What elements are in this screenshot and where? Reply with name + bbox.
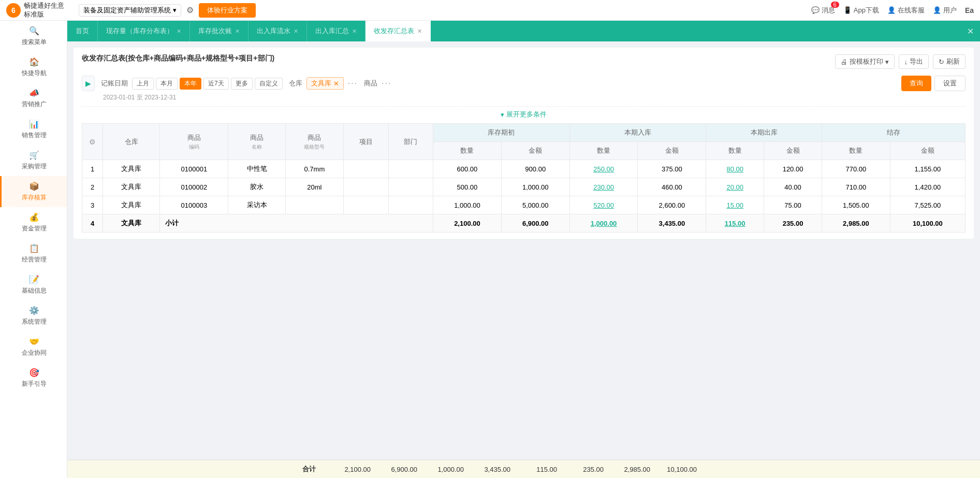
query-button[interactable]: 查询 [901,76,931,91]
user-item[interactable]: 👤 用户 [933,6,957,15]
sidebar-item-basic-info[interactable]: 📝 基础信息 [0,269,67,300]
total-in-amt: 3,435.00 [464,466,510,473]
tabs-close-all[interactable]: ✕ [961,26,980,36]
experience-button[interactable]: 体验行业方案 [199,3,256,18]
sidebar-item-finance[interactable]: 💰 资金管理 [0,207,67,238]
logo-area: 6 畅捷通好生意 标准版 [6,2,74,19]
date-btn-this-month[interactable]: 本月 [156,78,178,90]
row-out-qty[interactable]: 80.00 [706,160,764,178]
warehouse-tag-text: 文具库 [311,79,331,88]
app-download-item[interactable]: 📱 App下载 [843,6,879,15]
logo-icon: 6 [6,3,21,18]
refresh-label: 刷新 [946,57,960,66]
project-col-header: 项目 [344,124,389,160]
init-amt-header: 金额 [501,142,569,160]
sidebar-item-inventory[interactable]: 📦 库存核算 [0,176,67,207]
sidebar-item-enterprise[interactable]: 🤝 企业协同 [0,331,67,363]
print-icon: 🖨 [841,58,847,66]
total-in-qty: 1,000.00 [417,466,464,473]
goods-filter-section: 商品 ··· [364,79,391,88]
row-bal-qty: 1,505.00 [822,196,890,214]
sidebar-item-system[interactable]: ⚙️ 系统管理 [0,300,67,331]
warehouse-tag-close[interactable]: ✕ [333,80,339,88]
app-download-label: App下载 [854,6,879,15]
subtotal-index: 4 [82,214,103,233]
settings-button[interactable]: 设置 [934,76,966,91]
row-out-qty[interactable]: 20.00 [706,178,764,196]
tab-home[interactable]: 首页 [67,21,98,41]
row-code: 0100002 [160,178,228,196]
row-code: 0100001 [160,160,228,178]
sidebar-item-sales[interactable]: 📊 销售管理 [0,114,67,145]
warehouse-col-header: 仓库 [103,124,160,160]
row-out-qty[interactable]: 15.00 [706,196,764,214]
date-btn-more[interactable]: 更多 [231,78,253,90]
sidebar-item-search[interactable]: 🔍 搜索菜单 [0,21,67,52]
out-amt-header: 金额 [764,142,822,160]
sidebar-item-marketing[interactable]: 📣 营销推广 [0,83,67,114]
home-icon: 🏠 [29,57,39,67]
sidebar-item-purchase[interactable]: 🛒 采购管理 [0,145,67,176]
tab-receive-send-summary-close[interactable]: ✕ [417,28,422,35]
online-service-item[interactable]: 👤 在线客服 [887,6,925,15]
sales-icon: 📊 [29,119,39,129]
row-init-qty: 600.00 [433,160,502,178]
expand-more-button[interactable]: ▾ 展开更多条件 [501,110,547,119]
column-settings-icon[interactable]: ⚙ [89,138,96,146]
tab-inout-summary[interactable]: 出入库汇总 ✕ [307,21,365,41]
message-item[interactable]: 💬 消息 6 [811,6,835,15]
sidebar-item-quick-nav[interactable]: 🏠 快捷导航 [0,52,67,83]
tab-batch-label: 库存批次账 [198,26,232,36]
row-project [344,160,389,178]
name-col-header: 商品名称 [228,124,285,160]
date-btn-custom[interactable]: 自定义 [255,78,283,90]
content-area: 首页 现存量（库存分布表） ✕ 库存批次账 ✕ 出入库流水 ✕ 出入库汇总 ✕ … [67,21,980,478]
row-project [344,178,389,196]
print-dropdown-icon: ▾ [885,58,889,66]
sidebar-label-finance: 资金管理 [22,224,47,233]
sidebar-label-purchase: 采购管理 [22,162,47,171]
print-template-button[interactable]: 🖨 按模板打印 ▾ [835,54,895,69]
row-init-qty: 1,000.00 [433,196,502,214]
message-icon: 💬 [811,6,820,14]
date-btn-7days[interactable]: 近7天 [203,78,229,90]
footer-bar: 合计 2,100.00 6,900.00 1,000.00 3,435.00 1… [67,459,980,478]
date-btn-last-month[interactable]: 上月 [132,78,154,90]
date-range-row: 2023-01-01 至 2023-12-31 [101,93,966,102]
subtotal-in-qty[interactable]: 1,000.00 [569,214,638,233]
bal-amt-header: 金额 [890,142,965,160]
row-in-qty[interactable]: 230.00 [569,178,638,196]
tab-inout-summary-close[interactable]: ✕ [352,28,357,35]
row-index: 1 [82,160,103,178]
goods-more-dots[interactable]: ··· [382,79,391,88]
logo-text: 畅捷通好生意 标准版 [24,2,64,19]
tab-batch[interactable]: 库存批次账 ✕ [190,21,248,41]
tab-receive-send-summary[interactable]: 收发存汇总表 ✕ [365,21,431,41]
filter-expand-toggle[interactable]: ▶ [82,76,95,91]
subtotal-out-qty[interactable]: 115.00 [706,214,764,233]
tab-batch-close[interactable]: ✕ [235,28,240,35]
warehouse-more-dots[interactable]: ··· [348,79,358,88]
row-in-qty[interactable]: 250.00 [569,160,638,178]
tab-inout-flow-label: 出入库流水 [257,26,290,36]
refresh-button[interactable]: ↻ 刷新 [933,54,966,69]
system-selector[interactable]: 装备及固定资产辅助管理系统 ▾ [79,4,181,17]
tab-inventory-dist[interactable]: 现存量（库存分布表） ✕ [98,21,190,41]
tab-inventory-dist-close[interactable]: ✕ [177,28,181,35]
row-init-amt: 900.00 [501,160,569,178]
settings-col-header: ⚙ [82,124,103,160]
sidebar-item-guide[interactable]: 🎯 新手引导 [0,363,67,394]
settings-icon[interactable]: ⚙ [186,5,194,15]
tab-inout-flow-close[interactable]: ✕ [294,28,298,35]
row-in-qty[interactable]: 520.00 [569,196,638,214]
export-button[interactable]: ↓ 导出 [899,54,929,69]
sidebar-label-guide: 新手引导 [22,380,47,388]
row-dept [388,160,433,178]
expand-icon: ▾ [501,111,504,119]
sidebar-item-operations[interactable]: 📋 经营管理 [0,238,67,269]
total-label: 合计 [76,465,324,474]
tab-home-label: 首页 [76,26,89,36]
dropdown-icon: ▾ [173,6,177,14]
date-btn-this-year[interactable]: 本年 [180,78,201,90]
tab-inout-flow[interactable]: 出入库流水 ✕ [248,21,307,41]
